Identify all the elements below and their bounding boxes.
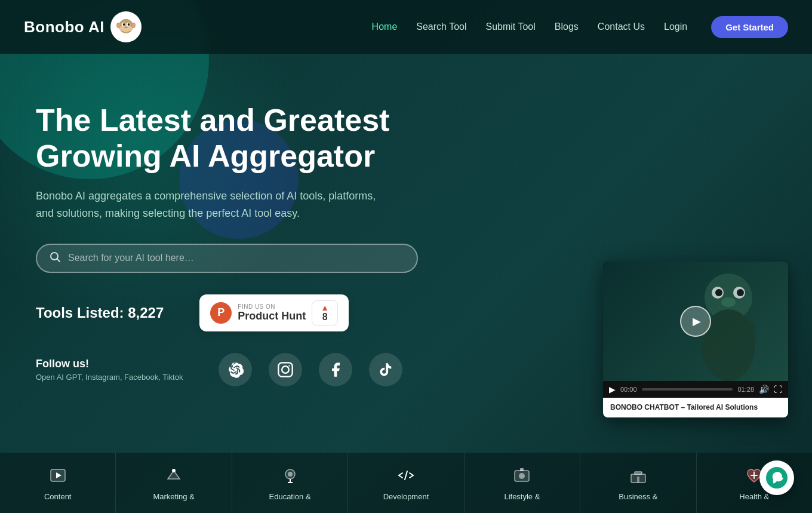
facebook-icon[interactable] — [319, 353, 352, 386]
svg-rect-38 — [520, 468, 524, 471]
follow-row: Follow us! Open AI GPT, Instagram, Faceb… — [36, 353, 454, 386]
category-development-label: Development — [383, 492, 429, 502]
svg-line-15 — [57, 259, 60, 262]
category-business-label: Business & — [619, 492, 657, 502]
svg-point-24 — [737, 289, 744, 296]
category-marketing[interactable]: Marketing & — [116, 453, 232, 513]
social-icons — [219, 353, 402, 386]
chatbot-bubble[interactable] — [759, 460, 794, 495]
development-icon — [394, 463, 418, 487]
category-health[interactable]: Health & — [697, 453, 812, 513]
nav-login[interactable]: Login — [664, 21, 687, 32]
marketing-icon — [162, 463, 186, 487]
business-icon — [626, 463, 650, 487]
video-caption: BONOBO CHATBOT – Tailored AI Solutions — [603, 398, 788, 417]
ph-count: 8 — [322, 312, 328, 322]
video-thumbnail — [603, 262, 788, 381]
category-education-label: Education & — [269, 492, 311, 502]
svg-point-18 — [289, 365, 290, 366]
category-lifestyle-label: Lifestyle & — [504, 492, 540, 502]
nav-home[interactable]: Home — [372, 21, 398, 32]
svg-point-25 — [721, 297, 736, 307]
play-button[interactable] — [680, 306, 711, 337]
nav-contact[interactable]: Contact Us — [598, 21, 645, 32]
svg-rect-16 — [279, 363, 293, 376]
tiktok-icon[interactable] — [369, 353, 402, 386]
svg-point-12 — [124, 27, 126, 28]
nav-submit-tool[interactable]: Submit Tool — [486, 21, 536, 32]
tools-listed: Tools Listed: 8,227 — [36, 305, 164, 321]
ph-name: Product Hunt — [238, 310, 306, 322]
lifestyle-icon — [510, 463, 534, 487]
categories-row: Content Marketing & Education & — [0, 453, 812, 513]
category-health-label: Health & — [739, 492, 769, 502]
follow-subtitle: Open AI GPT, Instagram, Facebook, Tiktok — [36, 373, 183, 382]
svg-point-17 — [282, 366, 290, 373]
category-content-label: Content — [44, 492, 72, 502]
search-bar[interactable] — [36, 244, 418, 273]
svg-point-11 — [133, 23, 135, 27]
hero-section: The Latest and Greatest Growing AI Aggre… — [0, 0, 812, 513]
product-hunt-text: FIND US ON Product Hunt — [238, 303, 306, 322]
openai-icon[interactable] — [219, 353, 252, 386]
svg-line-35 — [405, 471, 407, 480]
svg-rect-41 — [637, 477, 639, 483]
svg-point-32 — [288, 472, 293, 477]
video-player: ▶ 00:00 01:28 🔊 ⛶ BONOBO CHATBOT – Tailo… — [603, 262, 788, 417]
search-input[interactable] — [68, 253, 405, 263]
video-total-time: 01:28 — [737, 386, 754, 393]
svg-point-10 — [117, 23, 119, 27]
category-education[interactable]: Education & — [232, 453, 348, 513]
brand-name: Bonobo AI — [24, 18, 104, 36]
svg-point-3 — [122, 26, 130, 32]
hero-row: Tools Listed: 8,227 P FIND US ON Product… — [36, 294, 454, 331]
nav-links: Home Search Tool Submit Tool Blogs Conta… — [372, 16, 788, 38]
svg-point-37 — [519, 473, 525, 479]
video-progress-bar[interactable] — [642, 388, 733, 391]
get-started-button[interactable]: Get Started — [711, 16, 788, 38]
category-content[interactable]: Content — [0, 453, 116, 513]
category-business[interactable]: Business & — [580, 453, 696, 513]
logo-area[interactable]: Bonobo AI — [24, 11, 142, 42]
svg-rect-27 — [743, 321, 755, 351]
category-marketing-label: Marketing & — [153, 492, 194, 502]
ph-votes: ▲ 8 — [312, 300, 338, 325]
instagram-icon[interactable] — [269, 353, 302, 386]
video-current-time: 00:00 — [620, 386, 637, 393]
follow-text: Follow us! Open AI GPT, Instagram, Faceb… — [36, 358, 183, 382]
ph-arrow-icon: ▲ — [321, 303, 329, 312]
hero-title: The Latest and Greatest Growing AI Aggre… — [36, 103, 454, 174]
follow-title: Follow us! — [36, 358, 183, 370]
ph-find-label: FIND US ON — [238, 303, 306, 310]
video-mute-button[interactable]: 🔊 — [759, 385, 769, 394]
navbar: Bonobo AI Ho — [0, 0, 812, 54]
category-development[interactable]: Development — [348, 453, 464, 513]
video-play-button[interactable]: ▶ — [609, 385, 616, 394]
search-icon — [49, 251, 61, 266]
nav-blogs[interactable]: Blogs — [555, 21, 579, 32]
svg-point-23 — [715, 289, 722, 296]
video-fullscreen-button[interactable]: ⛶ — [774, 385, 782, 394]
education-icon — [278, 463, 302, 487]
svg-point-7 — [128, 23, 130, 26]
nav-search-tool[interactable]: Search Tool — [416, 21, 466, 32]
category-lifestyle[interactable]: Lifestyle & — [465, 453, 580, 513]
brand-logo — [110, 11, 142, 42]
product-hunt-badge[interactable]: P FIND US ON Product Hunt ▲ 8 — [199, 294, 349, 331]
hero-subtitle: Bonobo AI aggregates a comprehensive sel… — [36, 188, 394, 222]
svg-rect-40 — [635, 472, 642, 474]
product-hunt-logo: P — [210, 302, 232, 324]
svg-point-6 — [123, 23, 125, 26]
hero-content: The Latest and Greatest Growing AI Aggre… — [36, 103, 454, 386]
content-icon — [46, 463, 70, 487]
svg-point-13 — [126, 27, 128, 28]
video-controls: ▶ 00:00 01:28 🔊 ⛶ — [603, 381, 788, 398]
svg-point-30 — [172, 469, 176, 472]
